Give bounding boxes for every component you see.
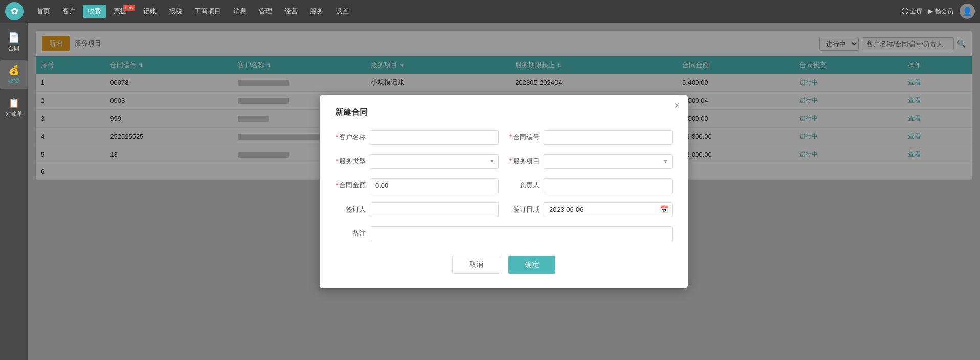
responsible-person-label: 负责人 xyxy=(509,181,540,190)
responsible-person-input[interactable] xyxy=(544,178,673,193)
sign-date-label: 签订日期 xyxy=(509,205,540,214)
new-badge: new xyxy=(123,5,135,11)
fullscreen-icon: ⛶ xyxy=(902,8,908,15)
play-icon: ▶ xyxy=(928,8,933,15)
required-mark-4: * xyxy=(509,157,512,165)
service-item-label: *服务项目 xyxy=(509,157,540,166)
top-nav-right: ⛶ 全屏 ▶ 畅会员 👤 xyxy=(902,4,975,19)
form-group-contract-no: *合同编号 xyxy=(509,130,673,145)
form-row-1: *客户名称 *合同编号 xyxy=(335,130,673,145)
remarks-label: 备注 xyxy=(335,229,366,238)
nav-bill[interactable]: 票据 new xyxy=(108,5,136,18)
statement-icon: 📋 xyxy=(8,97,19,109)
form-group-service-item: *服务项目 ▼ xyxy=(509,154,673,169)
form-group-service-type: *服务类型 ▼ xyxy=(335,154,499,169)
form-group-sign-date: 签订日期 📅 xyxy=(509,202,673,217)
nav-manage[interactable]: 管理 xyxy=(254,5,277,18)
modal-overlay: × 新建合同 *客户名称 *合同编号 xyxy=(28,23,980,360)
required-mark-2: * xyxy=(509,133,512,141)
service-item-select-wrapper: ▼ xyxy=(544,154,673,169)
modal-close-button[interactable]: × xyxy=(674,101,680,110)
contract-no-label: *合同编号 xyxy=(509,133,540,142)
confirm-button[interactable]: 确定 xyxy=(508,256,555,274)
service-type-select-wrapper: ▼ xyxy=(370,154,499,169)
amount-input[interactable] xyxy=(370,178,499,193)
member-button[interactable]: ▶ 畅会员 xyxy=(928,7,953,16)
main-layout: 📄 合同 💰 收费 📋 对账单 新增 服务项目 进行中 已完成 已终止 xyxy=(0,23,980,360)
nav-service[interactable]: 服务 xyxy=(305,5,328,18)
nav-customer[interactable]: 客户 xyxy=(57,5,81,18)
sidebar-item-fee[interactable]: 💰 收费 xyxy=(0,60,28,89)
signer-label: 签订人 xyxy=(335,205,366,214)
required-mark-3: * xyxy=(336,157,338,165)
sign-date-wrapper: 📅 xyxy=(544,202,673,217)
form-group-remarks: 备注 xyxy=(335,226,673,241)
cancel-button[interactable]: 取消 xyxy=(452,256,500,274)
form-group-customer: *客户名称 xyxy=(335,130,499,145)
remarks-input[interactable] xyxy=(370,226,673,241)
member-label: 畅会员 xyxy=(935,7,953,16)
service-type-select[interactable] xyxy=(370,154,499,169)
customer-name-input[interactable] xyxy=(370,130,499,145)
sidebar-contract-label: 合同 xyxy=(8,45,19,52)
fullscreen-label: 全屏 xyxy=(910,7,922,16)
nav-account[interactable]: 记账 xyxy=(138,5,162,18)
nav-operation[interactable]: 经营 xyxy=(279,5,303,18)
app-logo: ✿ xyxy=(5,2,24,20)
modal-footer: 取消 确定 xyxy=(335,256,673,274)
sidebar-statement-label: 对账单 xyxy=(6,110,23,118)
nav-home[interactable]: 首页 xyxy=(32,5,55,18)
modal-title: 新建合同 xyxy=(335,107,673,118)
service-type-label: *服务类型 xyxy=(335,157,366,166)
form-group-amount: *合同金额 xyxy=(335,178,499,193)
signer-input[interactable] xyxy=(370,202,499,217)
amount-label: *合同金额 xyxy=(335,181,366,190)
nav-fee[interactable]: 收费 xyxy=(83,5,106,18)
form-group-signer: 签订人 xyxy=(335,202,499,217)
new-contract-modal: × 新建合同 *客户名称 *合同编号 xyxy=(320,95,688,288)
required-mark: * xyxy=(336,133,338,141)
service-item-select[interactable] xyxy=(544,154,673,169)
sidebar-item-contract[interactable]: 📄 合同 xyxy=(0,28,28,56)
top-nav: ✿ 首页 客户 收费 票据 new 记账 报税 工商项目 消息 管理 经营 服务… xyxy=(0,0,980,23)
nav-message[interactable]: 消息 xyxy=(228,5,252,18)
required-mark-5: * xyxy=(336,181,338,189)
fee-icon: 💰 xyxy=(8,65,19,76)
nav-items: 首页 客户 收费 票据 new 记账 报税 工商项目 消息 管理 经营 服务 设… xyxy=(32,5,902,18)
form-group-responsible: 负责人 xyxy=(509,178,673,193)
sidebar-fee-label: 收费 xyxy=(8,77,19,85)
fullscreen-button[interactable]: ⛶ 全屏 xyxy=(902,7,922,16)
contract-no-input[interactable] xyxy=(544,130,673,145)
nav-settings[interactable]: 设置 xyxy=(330,5,354,18)
contract-icon: 📄 xyxy=(8,32,19,43)
form-row-2: *服务类型 ▼ *服务项目 xyxy=(335,154,673,169)
form-row-4: 签订人 签订日期 📅 xyxy=(335,202,673,217)
nav-tax[interactable]: 报税 xyxy=(164,5,187,18)
sign-date-input[interactable] xyxy=(544,202,673,217)
customer-name-label: *客户名称 xyxy=(335,133,366,142)
content-area: 新增 服务项目 进行中 已完成 已终止 🔍 序号 xyxy=(28,23,980,360)
sidebar: 📄 合同 💰 收费 📋 对账单 xyxy=(0,23,28,360)
form-row-5: 备注 xyxy=(335,226,673,241)
avatar[interactable]: 👤 xyxy=(960,4,975,19)
form-row-3: *合同金额 负责人 xyxy=(335,178,673,193)
nav-industry[interactable]: 工商项目 xyxy=(189,5,226,18)
sidebar-item-statement[interactable]: 📋 对账单 xyxy=(0,93,28,122)
